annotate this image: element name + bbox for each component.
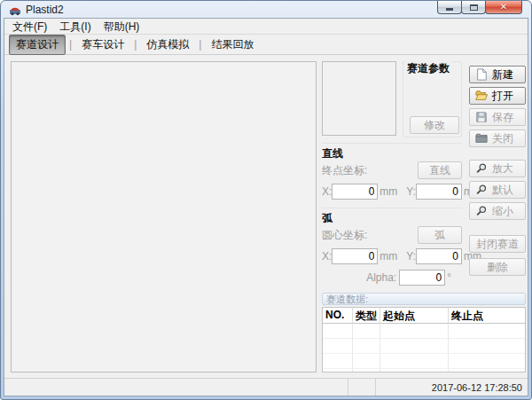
table-cell	[449, 369, 525, 373]
modify-button[interactable]: 修改	[410, 116, 459, 134]
main-content: 赛道参数 修改 直线 终点坐标: 直线	[4, 55, 528, 378]
tab-separator: |	[130, 38, 140, 51]
tab-separator: |	[195, 38, 205, 51]
right-panel: 赛道参数 修改 直线 终点坐标: 直线	[322, 61, 526, 373]
table-cell	[380, 339, 449, 354]
minimize-icon	[446, 8, 453, 11]
table-cell	[323, 339, 353, 354]
app-icon	[9, 4, 21, 16]
column-header-start[interactable]: 起始点	[380, 308, 449, 324]
table-cell	[449, 339, 525, 354]
track-data-header: 赛道数据:	[322, 293, 526, 305]
line-button[interactable]: 直线	[418, 161, 462, 179]
tab-separator: |	[66, 38, 75, 51]
menu-help[interactable]: 帮助(H)	[98, 19, 146, 35]
tab-simulation[interactable]: 仿真模拟	[140, 35, 195, 54]
tab-car-design[interactable]: 赛车设计	[75, 35, 130, 54]
table-cell	[353, 339, 380, 354]
client-area: 文件(F) 工具(I) 帮助(H) 赛道设计 | 赛车设计 | 仿真模拟 | 结…	[4, 18, 528, 396]
table-cell	[380, 324, 449, 339]
track-params-title: 赛道参数	[405, 61, 451, 76]
alpha-unit: °	[447, 271, 451, 284]
close-track-button[interactable]: 封闭赛道	[469, 235, 526, 253]
maximize-icon	[470, 4, 478, 11]
table-cell	[353, 354, 380, 369]
line-y-label: Y:	[406, 185, 416, 198]
status-pane	[348, 379, 375, 396]
magnifier-icon	[475, 162, 488, 175]
arc-section: 弧 圆心坐标: 弧 X: mm	[322, 208, 462, 288]
column-header-end[interactable]: 终止点	[449, 308, 525, 324]
default-view-button-label: 默认	[492, 183, 513, 198]
close-icon: ✕	[500, 3, 507, 12]
save-button[interactable]: 保存	[469, 108, 526, 126]
menu-bar: 文件(F) 工具(I) 帮助(H)	[4, 19, 528, 35]
arc-x-unit: mm	[379, 250, 397, 263]
line-section-title: 直线	[322, 146, 462, 160]
track-preview-box	[322, 61, 396, 136]
line-x-unit: mm	[379, 185, 397, 198]
magnifier-icon	[475, 205, 488, 217]
new-file-icon	[475, 68, 488, 81]
alpha-label: Alpha:	[366, 271, 396, 284]
close-file-button-label: 关闭	[492, 131, 513, 146]
delete-button[interactable]: 删除	[469, 258, 526, 276]
arc-section-title: 弧	[322, 211, 462, 224]
column-header-no[interactable]: NO.	[323, 308, 353, 324]
table-cell	[449, 354, 525, 369]
table-cell	[380, 369, 449, 373]
center-coord-label: 圆心坐标:	[322, 228, 367, 243]
track-canvas[interactable]	[11, 61, 317, 373]
menu-file[interactable]: 文件(F)	[6, 19, 53, 35]
app-window: Plastid2 ✕ 文件(F) 工具(I) 帮助(H) 赛道设计 | 赛车设计…	[0, 0, 532, 400]
table-cell	[323, 369, 353, 373]
line-x-label: X:	[322, 185, 332, 198]
default-view-button[interactable]: 默认	[469, 181, 526, 199]
close-file-button[interactable]: 关闭	[469, 129, 526, 147]
arc-button[interactable]: 弧	[418, 226, 462, 244]
track-params-group: 赛道参数 修改	[403, 61, 462, 137]
new-button[interactable]: 新建	[469, 66, 526, 83]
zoom-in-button-label: 放大	[492, 161, 513, 176]
maximize-button[interactable]	[461, 1, 486, 14]
table-cell	[380, 354, 449, 369]
open-button-label: 打开	[492, 89, 513, 104]
zoom-in-button[interactable]: 放大	[469, 160, 526, 177]
table-cell	[353, 324, 380, 339]
alpha-input[interactable]	[399, 270, 445, 286]
save-button-label: 保存	[492, 110, 513, 125]
table-cell	[323, 354, 353, 369]
zoom-out-button[interactable]: 缩小	[469, 202, 526, 220]
window-controls: ✕	[438, 1, 522, 14]
table-cell	[353, 369, 380, 373]
track-data-table: NO. 类型 起始点 终止点	[322, 307, 526, 373]
minimize-button[interactable]	[437, 1, 462, 14]
column-header-type[interactable]: 类型	[353, 308, 380, 324]
title-bar[interactable]: Plastid2 ✕	[4, 1, 528, 18]
status-datetime: 2017-06-12 17:28:50	[375, 379, 528, 396]
arc-y-input[interactable]	[416, 248, 462, 264]
action-buttons-column: 新建 打开	[469, 61, 526, 288]
table-cell	[323, 324, 353, 339]
arc-x-input[interactable]	[332, 248, 378, 264]
tab-track-design[interactable]: 赛道设计	[9, 35, 66, 55]
table-cell	[449, 324, 525, 339]
closed-folder-icon	[475, 132, 488, 145]
new-button-label: 新建	[492, 67, 513, 82]
open-button[interactable]: 打开	[469, 87, 526, 105]
close-button[interactable]: ✕	[485, 1, 522, 14]
zoom-out-button-label: 缩小	[492, 204, 513, 219]
menu-tools[interactable]: 工具(I)	[53, 19, 97, 35]
window-title: Plastid2	[26, 4, 64, 16]
line-section: 直线 终点坐标: 直线 X: mm	[322, 143, 462, 202]
line-y-input[interactable]	[416, 184, 462, 200]
arc-y-label: Y:	[406, 250, 416, 263]
magnifier-icon	[475, 184, 488, 196]
line-x-input[interactable]	[332, 184, 378, 200]
tab-playback[interactable]: 结果回放	[205, 35, 260, 54]
status-bar: 2017-06-12 17:28:50	[4, 378, 528, 396]
tab-bar: 赛道设计 | 赛车设计 | 仿真模拟 | 结果回放	[4, 35, 528, 55]
arc-x-label: X:	[322, 250, 332, 263]
save-icon	[475, 111, 488, 123]
status-pane	[4, 379, 348, 396]
